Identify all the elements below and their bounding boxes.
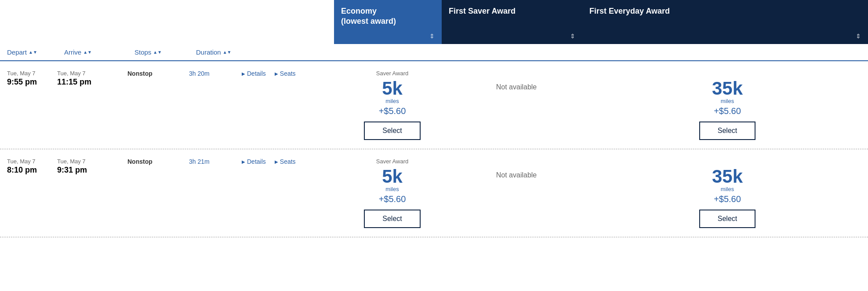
duration-sort-arrows[interactable]: ▲▼: [223, 50, 232, 55]
arrive-date: Tue, May 7: [57, 70, 127, 77]
flight-links: Details Seats: [242, 158, 338, 165]
economy-award-col: Saver Award 5k miles +$5.60 Select: [338, 70, 446, 140]
everyday-miles-label: miles: [721, 186, 734, 192]
economy-award-type: Saver Award: [376, 70, 408, 77]
everyday-award-miles: 35k: [712, 79, 743, 98]
economy-miles-label: miles: [385, 98, 399, 104]
arrive-sort-arrows[interactable]: ▲▼: [83, 50, 92, 55]
seats-link[interactable]: Seats: [275, 70, 296, 77]
everyday-award-fee: +$5.60: [714, 194, 741, 204]
first-everyday-header-title: First Everyday Award: [589, 6, 861, 16]
everyday-award-fee: +$5.60: [714, 106, 741, 116]
first-everyday-header[interactable]: First Everyday Award ⇕: [582, 0, 868, 44]
flight-duration: 3h 20m: [189, 70, 242, 77]
economy-miles-label: miles: [385, 186, 399, 192]
economy-header[interactable]: Economy (lowest award) ⇕: [334, 0, 442, 44]
everyday-award-type-spacer: [726, 158, 728, 165]
depart-sort-arrows[interactable]: ▲▼: [29, 50, 37, 55]
column-headers: Economy (lowest award) ⇕ First Saver Awa…: [0, 0, 868, 44]
flight-stops: Nonstop: [127, 70, 189, 77]
economy-award-col: Saver Award 5k miles +$5.60 Select: [338, 158, 446, 228]
economy-header-title: Economy (lowest award): [341, 6, 435, 27]
flight-arrive: Tue, May 7 11:15 pm: [57, 70, 127, 87]
duration-col-header[interactable]: Duration ▲▼: [189, 44, 277, 60]
first-saver-header[interactable]: First Saver Award ⇕: [442, 0, 582, 44]
everyday-select-button[interactable]: Select: [699, 122, 755, 140]
first-everyday-award-col: 35k miles +$5.60 Select: [587, 70, 868, 140]
economy-sort-icon[interactable]: ⇕: [429, 33, 435, 40]
economy-award-miles: 5k: [382, 167, 403, 186]
depart-date: Tue, May 7: [7, 158, 57, 165]
first-saver-award-col: Not available: [446, 158, 587, 198]
economy-award-fee: +$5.60: [379, 106, 406, 116]
subheader-spacer: [277, 44, 868, 60]
depart-time: 9:55 pm: [7, 77, 57, 87]
details-link[interactable]: Details: [242, 158, 266, 165]
first-everyday-sort-icon[interactable]: ⇕: [856, 33, 861, 40]
stops-col-header[interactable]: Stops ▲▼: [127, 44, 189, 60]
everyday-miles-label: miles: [721, 98, 734, 104]
arrive-date: Tue, May 7: [57, 158, 127, 165]
depart-time: 8:10 pm: [7, 166, 57, 175]
flight-row: Tue, May 7 8:10 pm Tue, May 7 9:31 pm No…: [0, 149, 868, 237]
flight-stops: Nonstop: [127, 158, 189, 165]
first-saver-not-available: Not available: [450, 70, 582, 110]
flight-duration: 3h 21m: [189, 158, 242, 165]
economy-select-button[interactable]: Select: [364, 122, 420, 140]
details-link[interactable]: Details: [242, 70, 266, 77]
first-saver-sort-icon[interactable]: ⇕: [570, 33, 575, 40]
first-saver-award-col: Not available: [446, 70, 587, 110]
first-saver-not-available: Not available: [450, 158, 582, 198]
flight-links: Details Seats: [242, 70, 338, 77]
arrive-time: 11:15 pm: [57, 77, 127, 87]
seats-link[interactable]: Seats: [275, 158, 296, 165]
economy-award-miles: 5k: [382, 79, 403, 98]
everyday-award-miles: 35k: [712, 167, 743, 186]
everyday-award-type-spacer: [726, 70, 728, 77]
depart-date: Tue, May 7: [7, 70, 57, 77]
flight-depart: Tue, May 7 8:10 pm: [0, 158, 57, 175]
stops-sort-arrows[interactable]: ▲▼: [153, 50, 162, 55]
economy-award-fee: +$5.60: [379, 194, 406, 204]
flight-info-header-spacer: [0, 0, 334, 44]
depart-col-header[interactable]: Depart ▲▼: [0, 44, 57, 60]
flight-depart: Tue, May 7 9:55 pm: [0, 70, 57, 87]
first-saver-header-title: First Saver Award: [449, 6, 575, 16]
arrive-col-header[interactable]: Arrive ▲▼: [57, 44, 127, 60]
economy-select-button-2[interactable]: Select: [364, 210, 420, 228]
everyday-select-button-2[interactable]: Select: [699, 210, 755, 228]
subheader-row: Depart ▲▼ Arrive ▲▼ Stops ▲▼ Duration ▲▼: [0, 44, 868, 61]
flight-row: Tue, May 7 9:55 pm Tue, May 7 11:15 pm N…: [0, 61, 868, 149]
economy-award-type: Saver Award: [376, 158, 408, 165]
flight-arrive: Tue, May 7 9:31 pm: [57, 158, 127, 175]
first-everyday-award-col: 35k miles +$5.60 Select: [587, 158, 868, 228]
arrive-time: 9:31 pm: [57, 166, 127, 175]
